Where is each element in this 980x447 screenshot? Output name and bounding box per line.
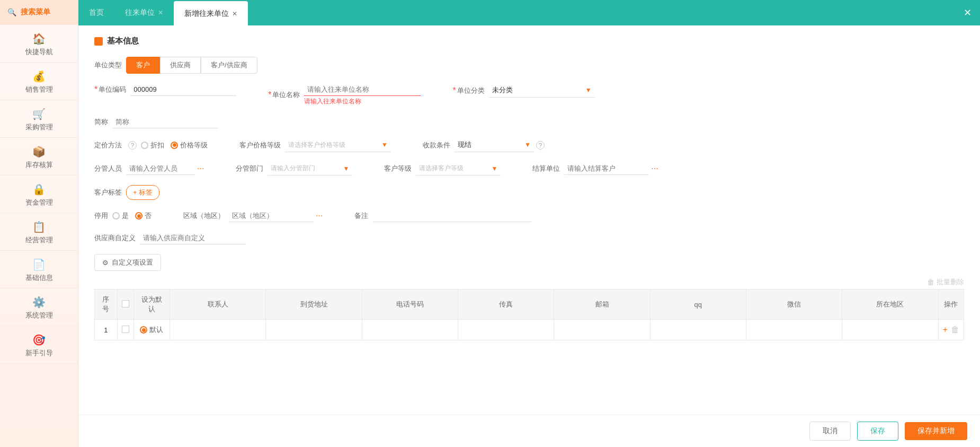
disabled-no-label: 否 (145, 211, 152, 221)
row-checkbox-input[interactable] (122, 326, 129, 333)
disabled-no-radio[interactable]: 否 (135, 211, 152, 221)
short-name-input[interactable] (112, 116, 218, 128)
settlement-unit-group: 结算单位 ··· (532, 162, 658, 175)
row-phone[interactable] (362, 320, 458, 340)
notes-input[interactable] (372, 209, 531, 222)
sidebar-item-basic-info[interactable]: 📄 基础信息 (0, 251, 78, 288)
collection-condition-value: 现结 (458, 140, 471, 150)
tab-partner[interactable]: 往来单位 ✕ (114, 0, 174, 25)
tab-new-partner[interactable]: 新增往来单位 ✕ (174, 1, 248, 27)
manager-input[interactable] (126, 162, 195, 175)
row-wechat[interactable] (746, 320, 842, 340)
sidebar-item-finance[interactable]: 🔒 资金管理 (0, 176, 78, 213)
row-address[interactable] (266, 320, 362, 340)
row-default-label: 默认 (149, 325, 163, 335)
customer-price-level-select[interactable]: 请选择客户价格等级 ▼ (285, 138, 391, 152)
disabled-yes-label: 是 (122, 211, 129, 221)
unit-category-value: 未分类 (492, 85, 513, 95)
form-footer: 取消 保存 保存并新增 (78, 415, 980, 447)
unit-code-required: * (94, 85, 97, 94)
pricing-discount-radio[interactable]: 折扣 (141, 141, 164, 150)
collection-condition-select[interactable]: 现结 ▼ (455, 138, 534, 152)
pricing-level-radio[interactable]: 价格等级 (171, 141, 208, 150)
inventory-icon: 📦 (32, 145, 46, 158)
row-default-radio[interactable]: 默认 (138, 325, 165, 335)
disabled-yes-circle (112, 212, 120, 220)
pricing-info-icon[interactable]: ? (128, 141, 137, 150)
tags-row: 客户标签 + 标签 (94, 185, 964, 200)
collection-info-icon[interactable]: ? (536, 141, 545, 150)
customer-price-level-label: 客户价格等级 (239, 141, 281, 150)
collection-condition-label: 收款条件 (423, 141, 450, 150)
region-more-btn[interactable]: ··· (316, 211, 323, 221)
save-button[interactable]: 保存 (857, 422, 898, 441)
manager-more-btn[interactable]: ··· (197, 164, 204, 173)
unit-code-input[interactable] (130, 83, 236, 96)
save-and-new-button[interactable]: 保存并新增 (905, 422, 967, 440)
disabled-label: 停用 (94, 211, 108, 221)
unit-code-label: 单位编码 (99, 85, 126, 94)
pricing-method-group: 定价方法 ? 折扣 价格等级 (94, 141, 208, 150)
tab-new-partner-close[interactable]: ✕ (232, 10, 237, 17)
add-tag-button[interactable]: + 标签 (126, 185, 159, 200)
customer-price-level-chevron: ▼ (381, 141, 388, 148)
unit-btn-supplier[interactable]: 供应商 (160, 57, 201, 74)
section-icon (94, 37, 103, 46)
sidebar: 🔍 搜索菜单 🏠 快捷导航 💰 销售管理 🛒 采购管理 📦 库存核算 🔒 资金管… (0, 0, 78, 447)
disabled-yes-radio[interactable]: 是 (112, 211, 129, 221)
tags-group: 客户标签 + 标签 (94, 185, 159, 200)
unit-btn-both[interactable]: 客户/供应商 (201, 57, 257, 74)
customer-level-select[interactable]: 请选择客户等级 ▼ (416, 162, 501, 176)
window-close-button[interactable]: ✕ (964, 7, 972, 19)
short-name-row: 简称 (94, 116, 964, 128)
home-icon: 🏠 (32, 32, 46, 45)
unit-btn-customer[interactable]: 客户 (126, 57, 160, 74)
short-name-label: 简称 (94, 117, 108, 127)
unit-category-required: * (452, 86, 456, 95)
sidebar-item-system[interactable]: ⚙️ 系统管理 (0, 288, 78, 326)
custom-settings-button[interactable]: ⚙ 自定义项设置 (94, 254, 161, 271)
department-group: 分管部门 请输入分管部门 ▼ (236, 162, 352, 176)
cancel-button[interactable]: 取消 (809, 422, 851, 441)
tab-home[interactable]: 首页 (78, 0, 114, 25)
unit-type-label: 单位类型 (94, 60, 122, 70)
sidebar-item-search[interactable]: 🔍 搜索菜单 (0, 0, 78, 25)
row-add-btn[interactable]: + (943, 325, 948, 335)
settlement-more-btn[interactable]: ··· (651, 164, 658, 173)
row-area[interactable] (842, 320, 938, 340)
finance-icon: 🔒 (32, 183, 46, 196)
sidebar-item-purchase[interactable]: 🛒 采购管理 (0, 100, 78, 138)
sidebar-item-quick-nav[interactable]: 🏠 快捷导航 (0, 25, 78, 63)
row-checkbox (117, 320, 133, 340)
batch-delete-icon: 🗑 (927, 278, 934, 286)
custom-settings-label: 自定义项设置 (112, 258, 153, 267)
pricing-row: 定价方法 ? 折扣 价格等级 客户价格等级 请选择客户价格等级 (94, 138, 964, 152)
region-input[interactable] (229, 209, 314, 222)
supplier-custom-input[interactable] (140, 232, 246, 244)
department-label: 分管部门 (236, 164, 263, 173)
row-email[interactable] (554, 320, 650, 340)
tab-partner-close[interactable]: ✕ (158, 9, 163, 16)
sidebar-item-search-label: 搜索菜单 (21, 7, 50, 17)
department-select[interactable]: 请输入分管部门 ▼ (268, 162, 352, 176)
unit-name-input[interactable] (304, 83, 421, 96)
section-title: 基本信息 (94, 36, 964, 46)
sidebar-item-inventory[interactable]: 📦 库存核算 (0, 138, 78, 176)
department-placeholder: 请输入分管部门 (271, 164, 315, 173)
header-checkbox[interactable] (122, 300, 129, 308)
customer-price-level-placeholder: 请选择客户价格等级 (288, 141, 345, 150)
table-row: 1 默认 (95, 320, 964, 340)
unit-category-select[interactable]: 未分类 ▼ (489, 83, 595, 98)
manager-group: 分管人员 ··· (94, 162, 204, 175)
sidebar-item-operation[interactable]: 📋 经营管理 (0, 213, 78, 251)
row-delete-btn[interactable]: 🗑 (951, 325, 959, 335)
row-contact[interactable] (170, 320, 266, 340)
row-qq[interactable] (650, 320, 746, 340)
settlement-unit-input[interactable] (564, 162, 649, 175)
supplier-custom-group: 供应商自定义 (94, 232, 246, 244)
batch-delete-label[interactable]: 批量删除 (937, 277, 964, 287)
sidebar-item-sales[interactable]: 💰 销售管理 (0, 63, 78, 100)
sidebar-item-guide[interactable]: 🎯 新手引导 (0, 326, 78, 364)
sidebar-item-basic-info-label: 基础信息 (25, 273, 53, 283)
row-fax[interactable] (458, 320, 554, 340)
